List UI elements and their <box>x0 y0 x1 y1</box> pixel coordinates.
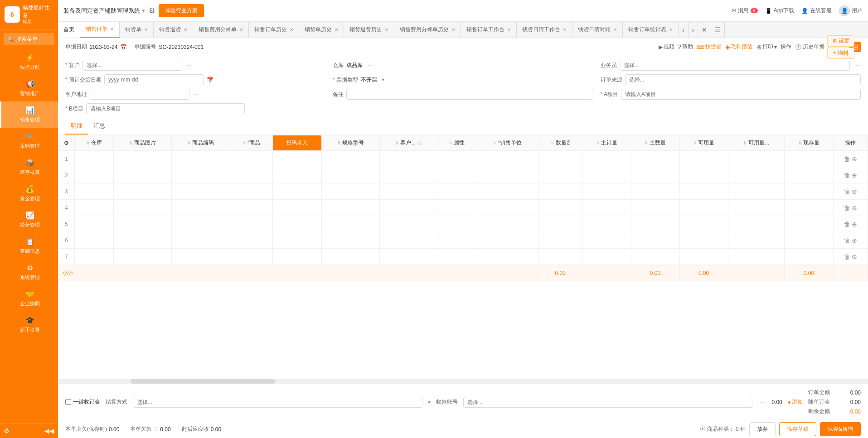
order-source-input[interactable] <box>625 74 861 85</box>
sidebar-item-finance[interactable]: 💰 资金管理 <box>0 180 58 207</box>
delete-row-3-button[interactable]: 🗑 <box>844 188 850 195</box>
th-available2[interactable]: ⇅ 可用量... <box>728 135 785 151</box>
tab-close-sales-order-history[interactable]: ✕ <box>290 27 293 32</box>
account-input[interactable] <box>463 397 753 408</box>
settings-button[interactable]: ⚙ 设置 <box>827 38 854 47</box>
tab-sales-order[interactable]: 销售订单 ✕ <box>80 22 120 38</box>
th-main-qty[interactable]: ⇅ 主数量 <box>631 135 679 151</box>
delivery-date-input[interactable] <box>104 74 204 85</box>
calendar-icon[interactable]: 📅 <box>120 44 127 50</box>
tab-close-all-button[interactable]: ✕ <box>698 22 711 38</box>
row-available-1[interactable] <box>679 151 728 167</box>
th-qty2[interactable]: ⇅ 数量2 <box>538 135 582 151</box>
address-more-btn[interactable]: ··· <box>192 91 200 97</box>
th-warehouse[interactable]: ⇅ 仓库 <box>75 135 114 151</box>
row-scan-1[interactable] <box>272 151 321 167</box>
history-link[interactable]: 🕐 历史单据 <box>795 43 824 51</box>
help-link[interactable]: ? 帮助 <box>678 43 693 51</box>
one-click-deposit-checkbox[interactable] <box>65 399 71 405</box>
row-goods-1[interactable] <box>230 151 272 167</box>
sidebar-item-enterprise[interactable]: 🤝 企业协同 <box>0 285 58 312</box>
add-payment-button[interactable]: ● 添加 <box>788 398 803 406</box>
th-spec[interactable]: ⇅ 规格型号 <box>321 135 379 151</box>
th-available[interactable]: ⇅ 可用量 <box>679 135 728 151</box>
save-new-button[interactable]: 保存&新增 <box>820 422 861 436</box>
table-settings-icon[interactable]: ⚙ <box>64 140 69 146</box>
copy-row-2-button[interactable]: ⊕ <box>852 172 857 179</box>
remark-input[interactable] <box>346 89 593 100</box>
sidebar-item-system[interactable]: ⚙ 系统管理 <box>0 259 58 285</box>
sidebar-item-basic-info[interactable]: 📋 基础信息 <box>0 233 58 259</box>
sidebar-item-quick-nav[interactable]: ⚡ 快捷导航 <box>0 49 58 75</box>
payment-method-input[interactable] <box>133 397 422 408</box>
th-main-unit[interactable]: ⇅ 主计量 <box>582 135 631 151</box>
user-menu-button[interactable]: 👤 用户 <box>839 5 863 16</box>
tab-sales-return-history[interactable]: 销货退货历史 ✕ <box>344 22 394 38</box>
row-code-1[interactable] <box>172 151 230 167</box>
row-attribute-1[interactable] <box>437 151 476 167</box>
invoice-type-dropdown-icon[interactable]: ▾ <box>382 77 384 83</box>
th-settings[interactable]: ⚙ <box>58 135 75 151</box>
th-code[interactable]: ⇅ 商品编码 <box>172 135 230 151</box>
copy-row-3-button[interactable]: ⊕ <box>852 188 857 195</box>
b-project-input[interactable] <box>86 103 245 114</box>
tab-sales-invoice[interactable]: 销货单 ✕ <box>120 22 154 38</box>
row-image-1[interactable] <box>113 151 171 167</box>
tab-sales-stats[interactable]: 销售订单统计表 ✕ <box>623 22 679 38</box>
tab-close-sales-cost-split-history[interactable]: ✕ <box>451 27 455 32</box>
salesperson-input[interactable] <box>620 60 850 71</box>
calendar2-icon[interactable]: 📅 <box>207 77 213 83</box>
row-unit-1[interactable] <box>476 151 538 167</box>
copy-row-6-button[interactable]: ⊕ <box>852 237 857 244</box>
tab-menu-button[interactable]: ☰ <box>711 22 725 38</box>
tab-close-sales-invoice[interactable]: ✕ <box>144 27 148 32</box>
row-stock-1[interactable] <box>785 151 833 167</box>
sidebar-settings-button[interactable]: ⚙ <box>4 427 10 434</box>
add-goods-button[interactable]: + 物料 <box>827 48 854 59</box>
print-link[interactable]: 🖨 打印 ▾ <box>756 43 777 51</box>
customer-address-input[interactable] <box>90 89 189 100</box>
tab-close-sales-return[interactable]: ✕ <box>184 27 187 32</box>
delete-row-5-button[interactable]: 🗑 <box>844 221 850 228</box>
delete-row-6-button[interactable]: 🗑 <box>844 237 850 244</box>
delete-row-2-button[interactable]: 🗑 <box>844 172 850 179</box>
copy-row-4-button[interactable]: ⊕ <box>852 204 857 212</box>
sidebar-item-inventory[interactable]: 📦 库存核算 <box>0 154 58 180</box>
search-menu-button[interactable]: 🔍 搜索菜单 <box>4 33 54 45</box>
a-project-input[interactable] <box>621 89 861 100</box>
tab-sales-return[interactable]: 销货退货 ✕ <box>154 22 193 38</box>
tab-sales-cost-split[interactable]: 销售费用分摊单 ✕ <box>193 22 249 38</box>
delete-row-7-button[interactable]: 🗑 <box>844 253 850 260</box>
row-main-unit-1[interactable] <box>582 151 631 167</box>
th-goods[interactable]: ⇅ *商品 <box>230 135 272 151</box>
sidebar-item-purchase[interactable]: 🛒 采购管理 <box>0 128 58 154</box>
tab-close-daily-reconcile[interactable]: ✕ <box>613 27 617 32</box>
row-main-qty-1[interactable] <box>631 151 679 167</box>
row-warehouse-1[interactable] <box>75 151 114 167</box>
app-download-button[interactable]: 📱 App下载 <box>765 7 794 14</box>
th-image[interactable]: ⇅ 商品图片 <box>113 135 171 151</box>
customer-more-btn[interactable]: ··· <box>185 62 193 68</box>
scrollbar-thumb[interactable] <box>131 379 276 384</box>
tab-close-sales-order[interactable]: ✕ <box>110 27 114 32</box>
actions-link[interactable]: 操作 <box>781 43 791 51</box>
tab-detail[interactable]: 明细 <box>65 118 88 135</box>
th-attribute[interactable]: ⇅ 属性 <box>437 135 476 151</box>
profit-link[interactable]: ◉ 毛利预估 <box>725 43 752 51</box>
sidebar-item-marketing[interactable]: 📢 营销推广 <box>0 75 58 101</box>
sidebar-item-guide[interactable]: 🎓 新手引导 <box>0 312 58 338</box>
tab-next-button[interactable]: › <box>689 22 698 38</box>
th-unit[interactable]: ⇅ *销售单位 <box>476 135 538 151</box>
th-customer-code[interactable]: ⇅ 客户... ⓘ <box>380 135 437 151</box>
th-stock[interactable]: ⇅ 现存量 <box>785 135 833 151</box>
tab-daily-clear-workspace[interactable]: 钱货日清工作台 ✕ <box>517 22 572 38</box>
tab-sales-order-history[interactable]: 销售订单历史 ✕ <box>249 22 299 38</box>
tab-summary[interactable]: 汇总 <box>88 118 111 135</box>
tab-daily-reconcile[interactable]: 钱货日清对账 ✕ <box>572 22 623 38</box>
discard-button[interactable]: 放弃 <box>749 422 776 436</box>
tab-home[interactable]: 首页 <box>58 22 80 38</box>
tab-close-sales-stats[interactable]: ✕ <box>669 27 673 32</box>
tab-prev-button[interactable]: ‹ <box>679 22 689 38</box>
gear-settings-button[interactable]: ⚙ <box>149 6 155 15</box>
row-available2-1[interactable] <box>728 151 785 167</box>
